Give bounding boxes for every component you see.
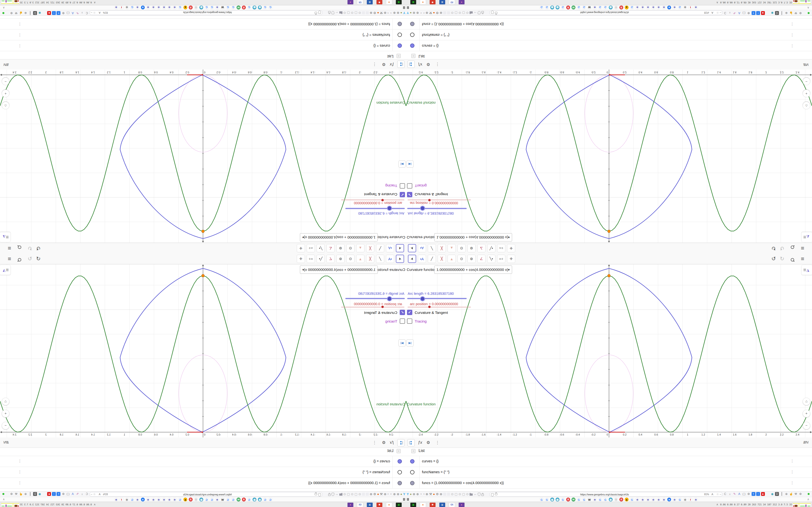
graphics-view[interactable]: -2.4-2.2-2-1.8-1.6-1.4-1.2-1-0.8-0.6-0.4… (0, 264, 406, 438)
tool-perpendicular-line[interactable]: ╳ (366, 255, 374, 263)
tool-ellipse[interactable]: ⊚ (467, 244, 475, 252)
arc-position-slider[interactable] (408, 307, 471, 307)
forward-icon[interactable]: → (90, 492, 94, 496)
firefox-icon[interactable]: ● (433, 492, 435, 496)
forward-icon[interactable]: → (718, 492, 722, 496)
taskbar-firefox-app[interactable]: ● (386, 502, 392, 507)
visibility-toggle[interactable] (410, 459, 414, 463)
gauge-icon[interactable]: ◔ (390, 492, 392, 496)
tool-move[interactable]: ➤ (396, 244, 404, 252)
function-value[interactable]: 1.000000000000 + cos(4.000000000000 x) (304, 268, 375, 272)
globe-icon[interactable]: ⊕ (370, 492, 372, 496)
bookmark-yandex[interactable]: Я (619, 498, 623, 501)
bookmark-geogebra[interactable]: ✱ (157, 6, 161, 9)
arc-length-slider-knob[interactable] (387, 296, 392, 301)
kebab-menu-icon[interactable]: ⋮ (18, 481, 22, 485)
bookmark-google[interactable]: G (545, 6, 549, 9)
compass-icon[interactable]: ◉ (38, 492, 42, 496)
tool-circle[interactable]: ⊙ (457, 255, 466, 263)
tree-view-button[interactable] (397, 439, 405, 446)
bookmark-f-red[interactable]: f (689, 498, 692, 501)
gear-icon[interactable]: ⚙ (747, 492, 751, 496)
arc-position-slider[interactable] (341, 200, 404, 200)
bookmark-google[interactable]: G (247, 498, 251, 501)
bookmark-images[interactable]: ▲ (184, 498, 187, 501)
bookmark-google[interactable]: G (577, 6, 581, 9)
wrench-icon[interactable]: ⚒ (429, 492, 432, 496)
bookmark-google[interactable]: G (205, 498, 209, 501)
bookmark-google[interactable]: G (540, 498, 544, 501)
taskbar-settings-app[interactable]: ✱ (376, 502, 383, 507)
status-chevron-icon[interactable]: ∧ (94, 503, 96, 506)
visibility-toggle[interactable] (410, 470, 414, 474)
tool-circle[interactable]: ⊙ (457, 244, 466, 252)
highlighter-icon[interactable]: ✎ (75, 11, 80, 15)
shield-gear-icon[interactable] (780, 492, 784, 496)
bookmark-globe-ball[interactable]: ◍ (199, 6, 203, 9)
refresh-icon[interactable]: C (85, 11, 89, 15)
gauge-icon[interactable]: ◔ (423, 11, 424, 15)
bookmark-google[interactable]: G (577, 498, 581, 501)
globe-icon[interactable]: ⊕ (440, 492, 442, 496)
globe-icon[interactable]: ⊕ (416, 492, 419, 496)
bookmark-globe-ball[interactable]: ◍ (556, 498, 559, 501)
bookmark-geogebra[interactable]: ✱ (636, 6, 639, 9)
badge-icon[interactable]: D (33, 492, 37, 496)
square-icon[interactable]: ▢ (455, 492, 457, 496)
bookmark-wikipedia[interactable]: W (588, 498, 591, 501)
url-bar[interactable]: https://www.geogebra.org/classic/aagcxh3… (489, 492, 723, 497)
zoom-out-button[interactable]: − (803, 77, 810, 85)
url-text[interactable]: https://www.geogebra.org/classic/aagcxh3… (580, 493, 629, 496)
step-button[interactable]: ▶| (406, 339, 413, 346)
shield-gear-icon[interactable] (29, 11, 33, 15)
tool-point[interactable]: •A (386, 244, 394, 252)
highlighter-icon[interactable]: ✎ (733, 492, 737, 496)
algebra-expression[interactable]: funcNames = {" "} (362, 33, 390, 37)
record-icon[interactable]: ● (761, 492, 765, 496)
algebra-expression[interactable]: funcNames = {" "} (422, 470, 450, 474)
bookmark-f-red[interactable]: f (120, 6, 123, 9)
arc-length-slider[interactable] (407, 298, 467, 299)
redo-icon[interactable]: ↻ (780, 245, 784, 251)
gear-icon[interactable]: ⚙ (799, 11, 803, 15)
thumbs-up-icon[interactable]: ☝ (19, 11, 23, 15)
menu-icon[interactable]: ≡ (8, 245, 11, 251)
algebra-row-curves[interactable]: curves = {}⋮ (0, 456, 406, 467)
tool-ellipse[interactable]: ⊚ (337, 255, 345, 263)
trash-icon[interactable] (766, 492, 769, 496)
bookmark-gear[interactable]: ⚙ (125, 498, 129, 501)
status-chevron-icon[interactable]: ∧ (716, 1, 718, 4)
home-button[interactable]: ⌂ (803, 102, 810, 109)
avatar-icon[interactable]: ● (400, 492, 402, 496)
tool-perpendicular-line[interactable]: ╳ (438, 244, 446, 252)
bookmark-google[interactable]: G (247, 6, 251, 9)
chevron-down-icon[interactable]: ▼ (302, 235, 305, 239)
gear-icon[interactable]: ⚙ (380, 439, 387, 446)
firefox-icon[interactable]: ● (377, 492, 379, 496)
curvature-tangent-checkbox[interactable]: ✓ (407, 192, 412, 197)
bookmark-leaf-green[interactable]: W (571, 6, 575, 9)
bookmark-yandex[interactable]: Я (242, 6, 246, 9)
globe-icon[interactable]: ⊕ (384, 11, 387, 15)
radio-icon[interactable]: ⊙ (351, 11, 354, 15)
tool-point[interactable]: •A (418, 244, 426, 252)
tool-line[interactable]: ╱ (428, 255, 436, 263)
bookmark-globe-ball[interactable]: ◍ (550, 498, 554, 501)
url-text[interactable]: https://www.geogebra.org/classic/aagcxh3… (183, 11, 232, 14)
tool-line[interactable]: ╱ (428, 244, 436, 252)
bookmark-geogebra[interactable]: ✱ (114, 498, 118, 501)
visibility-toggle[interactable] (398, 459, 402, 463)
tree-view-button[interactable] (397, 61, 405, 68)
fx-button[interactable]: ƒx (417, 439, 423, 446)
badge-icon[interactable]: D (775, 492, 779, 496)
firefox-icon[interactable]: ● (377, 11, 379, 15)
arc-length-slider-knob[interactable] (420, 296, 425, 301)
url-bar[interactable]: https://www.geogebra.org/classic/aagcxh3… (489, 10, 723, 15)
arc-position-slider-knob[interactable] (428, 199, 430, 201)
kebab-menu-icon[interactable]: ⋮ (434, 439, 441, 446)
tool-circle[interactable]: ⊙ (346, 244, 355, 252)
arc-length-slider[interactable] (345, 208, 405, 209)
taskbar-display-app[interactable]: ▣ (439, 502, 445, 507)
zoom-in-button[interactable]: + (2, 410, 9, 417)
globe-icon[interactable]: ⊕ (393, 11, 396, 15)
